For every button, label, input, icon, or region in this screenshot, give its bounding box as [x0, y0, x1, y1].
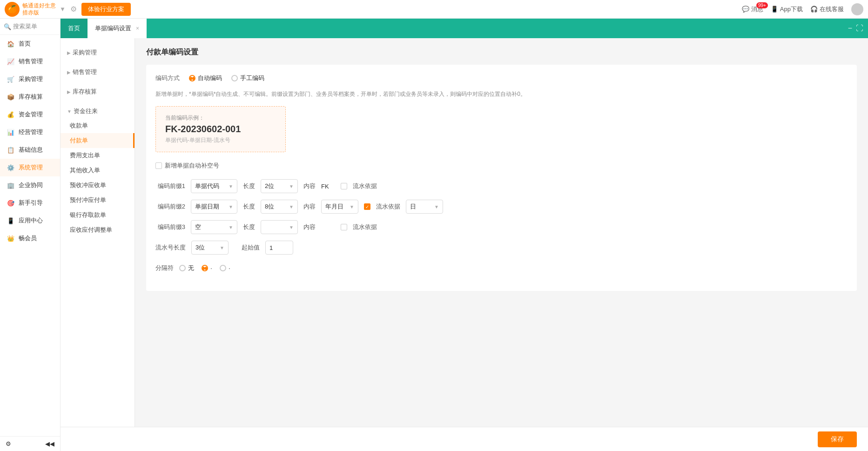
info-text: 新增单据时，*单据编码*自动生成、不可编辑。前缀设置为部门、业务员等档案类，开单… [155, 90, 848, 99]
app-download-btn[interactable]: 📱 App下载 [771, 5, 803, 13]
auto-fill-row[interactable]: 新增单据自动补空号 [155, 162, 848, 170]
tab-home[interactable]: 首页 [61, 19, 87, 38]
content-area: ▶ 采购管理 ▶ 销售管理 ▶ 库存核算 [61, 38, 868, 427]
start-value-input[interactable] [265, 241, 293, 255]
sub-item-prepay-offset[interactable]: 预收冲应收单 [61, 178, 135, 193]
expand-btn[interactable]: ▼ [60, 6, 66, 13]
length2-label: 长度 [243, 202, 255, 211]
right-side: 首页 单据编码设置 × − ⛶ ▶ 采购管理 [61, 19, 868, 451]
trial-button[interactable]: 体验行业方案 [81, 3, 131, 16]
serial-length-arrow-icon: ▼ [220, 245, 224, 250]
sub-item-payment[interactable]: 付款单 [61, 133, 135, 148]
radio-auto[interactable]: 自动编码 [189, 74, 222, 82]
sub-item-expense[interactable]: 费用支出单 [61, 148, 135, 163]
sidebar-item-member[interactable]: 👑 畅会员 [0, 229, 60, 247]
sidebar-item-sales[interactable]: 📈 销售管理 [0, 53, 60, 70]
code-preview: 当前编码示例： FK-20230602-001 单据代码-单据日期-流水号 [155, 106, 286, 152]
sales-icon: 📈 [7, 57, 15, 66]
settings-card: 编码方式 自动编码 手工编码 新增单据时，*单据编 [146, 65, 857, 291]
sub-item-advance-offset[interactable]: 预付冲应付单 [61, 193, 135, 208]
prefix1-row: 编码前缀1 单据代码 ▼ 长度 2位 ▼ 内容 FK 流水依据 [155, 179, 848, 193]
flow-unit-select[interactable]: 日 ▼ [406, 200, 443, 214]
sub-section-capital: ▼ 资金往来 收款单 付款单 费用支出单 其他收入单 预收冲应收单 预付冲应付单… [61, 101, 135, 240]
sidebar-item-purchase[interactable]: 🛒 采购管理 [0, 70, 60, 88]
sidebar-item-basic[interactable]: 📋 基础信息 [0, 141, 60, 159]
tab-encoding[interactable]: 单据编码设置 × [87, 19, 147, 38]
content2-select[interactable]: 年月日 ▼ [321, 200, 358, 214]
length2-select[interactable]: 8位 ▼ [261, 200, 298, 214]
radio-auto-circle [189, 75, 195, 81]
sep-dot2-radio[interactable]: · [220, 264, 230, 272]
sub-header-inventory[interactable]: ▶ 库存核算 [61, 85, 135, 99]
separator-label: 分隔符 [155, 264, 174, 272]
flow-depend3-checkbox[interactable] [341, 224, 347, 230]
sidebar: 🔍 搜索菜单 🏠 首页 📈 销售管理 🛒 采购管理 📦 库存核算 💰 资金管理 … [0, 19, 61, 451]
sidebar-bottom: ⚙ ◀◀ [0, 436, 60, 451]
sub-section-purchase: ▶ 采购管理 [61, 43, 135, 62]
online-service-btn[interactable]: 🎧 在线客服 [810, 5, 844, 13]
main-layout: 🔍 搜索菜单 🏠 首页 📈 销售管理 🛒 采购管理 📦 库存核算 💰 资金管理 … [0, 19, 868, 451]
sidebar-collapse-icon[interactable]: ◀◀ [45, 440, 54, 447]
prefix3-select[interactable]: 空 ▼ [191, 220, 237, 234]
top-bar: 🍊 畅通道好生意 措赤版 ▼ ⚙ 体验行业方案 💬 消息 99+ 📱 App下载… [0, 0, 868, 19]
sep-dot-symbol: · [210, 264, 212, 272]
encoding-mode-row: 编码方式 自动编码 手工编码 [155, 74, 848, 82]
service-icon: 🎧 [810, 6, 818, 13]
user-avatar[interactable] [851, 3, 863, 15]
sidebar-search[interactable]: 🔍 搜索菜单 [0, 19, 60, 35]
basic-icon: 📋 [7, 146, 15, 154]
settings-icon[interactable]: ⚙ [70, 5, 77, 13]
sidebar-item-home[interactable]: 🏠 首页 [0, 35, 60, 53]
sidebar-item-enterprise[interactable]: 🏢 企业协同 [0, 176, 60, 194]
sidebar-item-operation[interactable]: 📊 经营管理 [0, 123, 60, 141]
radio-manual[interactable]: 手工编码 [231, 74, 264, 82]
sep-dot-circle [202, 265, 208, 271]
auto-fill-checkbox[interactable] [155, 162, 162, 169]
sidebar-settings-icon[interactable]: ⚙ [6, 440, 11, 447]
prefix2-arrow-icon: ▼ [229, 204, 233, 209]
prefix2-select[interactable]: 单据日期 ▼ [191, 200, 237, 214]
tab-minimize-btn[interactable]: − [848, 24, 852, 33]
inventory-icon: 📦 [7, 93, 15, 101]
sub-item-bank[interactable]: 银行存取款单 [61, 208, 135, 222]
serial-length-label: 流水号长度 [155, 243, 186, 252]
sub-header-capital[interactable]: ▼ 资金往来 [61, 104, 135, 118]
sub-item-receipt[interactable]: 收款单 [61, 118, 135, 133]
sub-item-other-income[interactable]: 其他收入单 [61, 163, 135, 178]
length3-select[interactable]: ▼ [261, 220, 298, 234]
flow-depend1-checkbox[interactable] [341, 183, 347, 189]
sep-none-radio[interactable]: 无 [179, 264, 194, 272]
logo-text: 畅通道好生意 措赤版 [22, 2, 56, 16]
sub-header-purchase[interactable]: ▶ 采购管理 [61, 46, 135, 60]
sub-header-sales[interactable]: ▶ 销售管理 [61, 65, 135, 79]
code-preview-value: FK-20230602-001 [165, 124, 276, 135]
sub-item-adjustment[interactable]: 应收应付调整单 [61, 222, 135, 237]
sub-section-inventory: ▶ 库存核算 [61, 82, 135, 101]
sidebar-item-inventory[interactable]: 📦 库存核算 [0, 88, 60, 106]
sub-section-sales: ▶ 销售管理 [61, 62, 135, 82]
save-button[interactable]: 保存 [818, 431, 857, 447]
sidebar-item-appcenter[interactable]: 📱 应用中心 [0, 212, 60, 229]
search-icon: 🔍 [4, 23, 11, 30]
messages-btn[interactable]: 💬 消息 99+ [742, 5, 763, 13]
prefix2-row: 编码前缀2 单据日期 ▼ 长度 8位 ▼ 内容 年月日 [155, 200, 848, 214]
appcenter-icon: 📱 [7, 216, 15, 225]
prefix1-select[interactable]: 单据代码 ▼ [191, 179, 237, 193]
sub-sidebar: ▶ 采购管理 ▶ 销售管理 ▶ 库存核算 [61, 38, 135, 427]
tab-close-icon[interactable]: × [136, 25, 139, 32]
top-bar-left: 🍊 畅通道好生意 措赤版 ▼ ⚙ 体验行业方案 [5, 2, 131, 17]
prefix3-label: 编码前缀3 [155, 223, 185, 231]
length1-select[interactable]: 2位 ▼ [261, 179, 298, 193]
arrow-right-icon2: ▶ [67, 70, 71, 75]
tab-maximize-btn[interactable]: ⛶ [856, 24, 863, 33]
flow-depend1-label: 流水依据 [353, 182, 377, 190]
flow-depend2-checkbox[interactable]: ✓ [364, 203, 370, 210]
sidebar-item-system[interactable]: ⚙️ 系统管理 [0, 159, 60, 176]
sidebar-item-finance[interactable]: 💰 资金管理 [0, 106, 60, 123]
content3-label: 内容 [303, 223, 316, 231]
serial-length-select[interactable]: 3位 ▼ [191, 241, 229, 255]
newguide-icon: 🎯 [7, 199, 15, 207]
sidebar-item-newguide[interactable]: 🎯 新手引导 [0, 194, 60, 212]
sep-dot-radio[interactable]: · [202, 264, 212, 272]
start-value-label: 起始值 [242, 243, 260, 252]
